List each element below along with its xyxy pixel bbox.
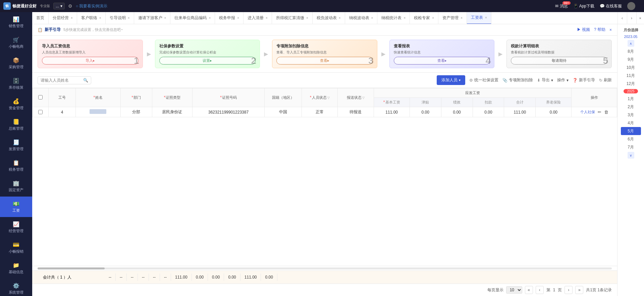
- refresh-btn[interactable]: ↻ 刷新: [599, 77, 612, 83]
- tab-close-icon[interactable]: ×: [404, 16, 406, 20]
- month-nav-up[interactable]: ∧: [628, 40, 634, 47]
- send-sort-icon[interactable]: ▽: [362, 96, 365, 99]
- tab-close-icon[interactable]: ×: [339, 16, 341, 20]
- tab-item-taxcheck[interactable]: 税检专家 ×: [410, 12, 438, 24]
- tab-close-icon[interactable]: ×: [371, 16, 373, 20]
- scrollbar-track[interactable]: [38, 267, 612, 269]
- month-item-8[interactable]: 8月: [621, 47, 641, 55]
- month-item-5[interactable]: 5月: [621, 127, 641, 135]
- sidebar-item-system[interactable]: ⚙️ 系统管理: [0, 279, 32, 296]
- export-btn[interactable]: ⬇ 导出 ▾: [537, 77, 553, 83]
- guide-help-btn[interactable]: ? 帮助: [594, 27, 605, 33]
- next-page-btn[interactable]: ›: [565, 286, 573, 294]
- tab-item-clearance[interactable]: 进入清册 ×: [244, 12, 272, 24]
- status-sort-icon[interactable]: ▽: [327, 96, 330, 99]
- last-page-btn[interactable]: »: [575, 286, 583, 294]
- sidebar-item-salary[interactable]: 💵 工资: [0, 197, 32, 217]
- tab-close-icon[interactable]: ×: [128, 16, 130, 20]
- tab-close-icon[interactable]: ×: [71, 16, 73, 20]
- step-2-btn[interactable]: 设置▸: [159, 57, 256, 65]
- month-item-9[interactable]: 9月: [621, 55, 641, 64]
- sidebar-item-operation[interactable]: 📈 经营管理: [0, 217, 32, 238]
- tab-item-customer[interactable]: 客户联络 ×: [77, 12, 106, 24]
- operation-btn[interactable]: 操作 ▾: [557, 77, 569, 83]
- month-item-6[interactable]: 6月: [621, 135, 641, 143]
- tab-close-icon[interactable]: ×: [461, 16, 463, 20]
- tab-close-icon[interactable]: ×: [164, 16, 166, 20]
- social-security-btn[interactable]: ⚙ 统一社保设置: [469, 77, 498, 83]
- add-employee-btn[interactable]: 添加人员 ▾: [437, 75, 465, 85]
- edit-icon[interactable]: ✏: [598, 110, 601, 115]
- search-input[interactable]: [41, 78, 81, 83]
- month-item-12[interactable]: 12月: [621, 80, 641, 88]
- tab-item-incometax[interactable]: 所得税汇算清缴 ×: [272, 12, 313, 24]
- tab-item-invite[interactable]: 邀请下游客户 ×: [134, 12, 171, 24]
- tab-close-icon[interactable]: ×: [306, 16, 308, 20]
- tab-item-guide[interactable]: 引导说明 ×: [106, 12, 134, 24]
- newguide-btn[interactable]: ❓ 新手引导: [573, 77, 595, 83]
- sidebar-item-tax[interactable]: 📋 税务管理: [0, 156, 32, 176]
- tab-item-goods[interactable]: 往来单位商品编码 ×: [170, 12, 215, 24]
- app-download-btn[interactable]: 📱 App下载: [573, 3, 594, 9]
- avatar[interactable]: [627, 2, 635, 10]
- first-page-btn[interactable]: «: [525, 286, 533, 294]
- step-1-btn[interactable]: 导入▸: [42, 57, 139, 65]
- demo-link[interactable]: ○ 我要看实例演示: [76, 3, 107, 9]
- scrollbar-thumb[interactable]: [38, 267, 105, 269]
- tab-close-icon[interactable]: ×: [485, 16, 487, 19]
- message-btn[interactable]: ✉ 消息 99+: [555, 3, 568, 9]
- sidebar-item-ecommerce[interactable]: 🛒 小畅电商: [0, 33, 32, 53]
- sidebar-item-asset[interactable]: 🏢 固定资产: [0, 176, 32, 197]
- tab-prev-btn[interactable]: ‹: [618, 12, 627, 24]
- month-item-7[interactable]: 7月: [621, 143, 641, 151]
- tab-item-taxburden[interactable]: 税负波动表 ×: [313, 12, 345, 24]
- guide-video-btn[interactable]: ▶ 视频: [577, 27, 590, 33]
- tab-item-layered[interactable]: 分层经营 ×: [49, 12, 77, 24]
- sidebar-item-ledger[interactable]: 📒 总账管理: [0, 115, 32, 135]
- month-item-2[interactable]: 2月: [621, 103, 641, 111]
- tab-next-btn[interactable]: ›: [627, 12, 637, 24]
- month-item-10[interactable]: 10月: [621, 64, 641, 72]
- special-deduct-btn[interactable]: 📎 专项附加扣除: [502, 77, 533, 83]
- year-badge-2025[interactable]: 2025: [624, 89, 638, 93]
- sidebar-item-finance[interactable]: 💰 资金管理: [0, 94, 32, 115]
- tab-item-salary[interactable]: 工资表 ×: [467, 12, 491, 24]
- month-item-3[interactable]: 3月: [621, 111, 641, 119]
- tab-close-icon[interactable]: ×: [209, 16, 211, 20]
- settings-icon[interactable]: ⚙: [68, 3, 72, 9]
- month-nav-down[interactable]: ∨: [628, 152, 634, 159]
- tab-item-taxstat[interactable]: 纳税统计表 ×: [377, 12, 410, 24]
- prev-page-btn[interactable]: ‹: [536, 286, 544, 294]
- personal-social-link[interactable]: 个人社保: [580, 110, 595, 115]
- tab-close-icon[interactable]: ×: [99, 16, 101, 20]
- step-4-btn[interactable]: 查看▸: [394, 57, 490, 65]
- tab-item-taxpay[interactable]: 纳税波动表 ×: [345, 12, 378, 24]
- tab-close-all-btn[interactable]: ×: [637, 12, 644, 24]
- month-item-11[interactable]: 11月: [621, 72, 641, 80]
- step-5-btn[interactable]: 敬请期待: [511, 57, 607, 65]
- company-selector[interactable]: ... ▾: [53, 3, 65, 9]
- row-checkbox[interactable]: [38, 110, 43, 114]
- tab-item-assets[interactable]: 资产管理 ×: [438, 12, 467, 24]
- sidebar-item-purchase[interactable]: 📦 采购管理: [0, 53, 32, 74]
- step-3-btn[interactable]: 查看▸: [276, 57, 373, 65]
- sidebar-item-base[interactable]: 📁 基础信息: [0, 258, 32, 279]
- tab-close-icon[interactable]: ×: [266, 16, 268, 20]
- sidebar-item-expense[interactable]: 💳 小畅报销: [0, 238, 32, 258]
- delete-icon[interactable]: 🗑: [604, 110, 608, 115]
- search-icon[interactable]: 🔍: [83, 78, 88, 83]
- sidebar-item-inventory[interactable]: 🗄️ 库存核算: [0, 74, 32, 94]
- month-item-4[interactable]: 4月: [621, 119, 641, 127]
- sidebar-item-invoice[interactable]: 🧾 发票管理: [0, 135, 32, 156]
- tab-close-icon[interactable]: ×: [237, 16, 239, 20]
- guide-close-btn[interactable]: ×: [609, 28, 612, 32]
- month-panel-year[interactable]: 2023.05: [624, 34, 638, 39]
- tab-item-taxreport[interactable]: 税务申报 ×: [215, 12, 244, 24]
- tab-close-icon[interactable]: ×: [432, 16, 434, 20]
- sidebar-item-sales[interactable]: 📊 销售管理: [0, 12, 32, 33]
- per-page-select[interactable]: 10 20 50: [506, 286, 522, 294]
- month-item-1[interactable]: 1月: [621, 95, 641, 103]
- select-all-checkbox[interactable]: [38, 95, 43, 99]
- online-service-btn[interactable]: 💬 在线客服: [600, 3, 622, 9]
- tab-home[interactable]: 首页: [32, 12, 49, 24]
